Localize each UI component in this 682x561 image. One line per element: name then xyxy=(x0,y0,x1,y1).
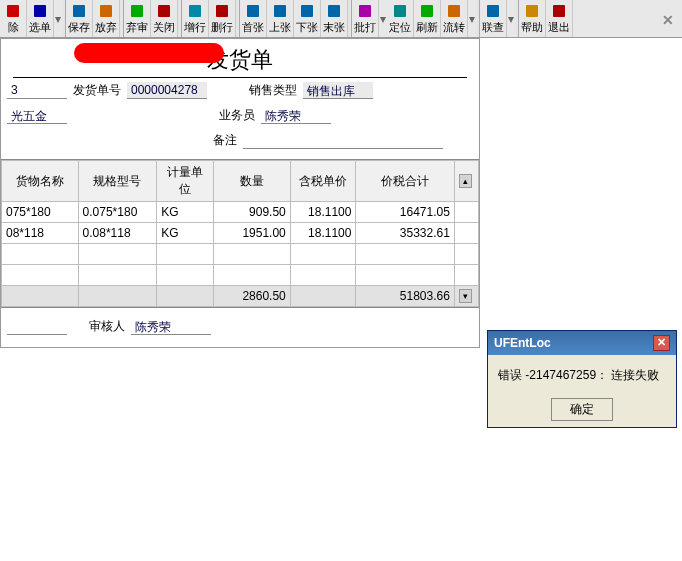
cell-qty: 1951.00 xyxy=(214,223,291,244)
error-dialog: UFEntLoc ✕ 错误 -2147467259： 连接失败 确定 xyxy=(487,330,677,428)
toolbar-label: 退出 xyxy=(548,20,570,35)
svg-rect-9 xyxy=(274,5,286,17)
toolbar-label: 定位 xyxy=(389,20,411,35)
cell-unit: KG xyxy=(157,223,214,244)
svg-rect-4 xyxy=(131,5,143,17)
cell-name: 075*180 xyxy=(2,202,79,223)
toolbar-label: 除 xyxy=(8,20,19,35)
帮助-icon xyxy=(524,3,540,19)
sale-type-label: 销售类型 xyxy=(249,82,297,99)
svg-rect-13 xyxy=(394,5,406,17)
column-header[interactable]: 含税单价 xyxy=(290,161,356,202)
退出-icon xyxy=(551,3,567,19)
cell-unit: KG xyxy=(157,202,214,223)
刷新-icon xyxy=(419,3,435,19)
remark-field[interactable] xyxy=(243,132,443,149)
toolbar-label: 选单 xyxy=(29,20,51,35)
redaction-mark xyxy=(74,43,224,63)
operator-field[interactable]: 陈秀荣 xyxy=(261,107,331,124)
toolbar-选单-button[interactable]: 选单 xyxy=(27,0,54,37)
bill-no-label: 发货单号 xyxy=(73,82,121,99)
svg-rect-17 xyxy=(526,5,538,17)
toolbar-关闭-button[interactable]: 关闭 xyxy=(151,0,178,37)
toolbar-刷新-button[interactable]: 刷新 xyxy=(414,0,441,37)
cell-spec: 0.075*180 xyxy=(78,202,157,223)
cell-qty: 909.50 xyxy=(214,202,291,223)
toolbar-label: 联查 xyxy=(482,20,504,35)
table-row-empty[interactable] xyxy=(2,244,479,265)
window-close-icon[interactable]: ✕ xyxy=(662,12,674,28)
toolbar-label: 流转 xyxy=(443,20,465,35)
remark-label: 备注 xyxy=(213,132,237,149)
toolbar-下张-button[interactable]: 下张 xyxy=(294,0,321,37)
toolbar-label: 增行 xyxy=(184,20,206,35)
toolbar-末张-button[interactable]: 末张 xyxy=(321,0,348,37)
sale-type-field[interactable]: 销售出库 xyxy=(303,82,373,99)
toolbar-label: 批打 xyxy=(354,20,376,35)
删行-icon xyxy=(214,3,230,19)
column-header[interactable]: 计量单位 xyxy=(157,161,214,202)
toolbar-label: 删行 xyxy=(211,20,233,35)
toolbar-label: 下张 xyxy=(296,20,318,35)
svg-rect-16 xyxy=(487,5,499,17)
toolbar-label: 末张 xyxy=(323,20,345,35)
column-header[interactable]: 货物名称 xyxy=(2,161,79,202)
column-header[interactable]: 价税合计 xyxy=(356,161,454,202)
cell-name: 08*118 xyxy=(2,223,79,244)
增行-icon xyxy=(187,3,203,19)
dropdown-arrow-icon[interactable]: ▾ xyxy=(468,0,476,37)
toolbar-联查-button[interactable]: 联查 xyxy=(480,0,507,37)
svg-rect-5 xyxy=(158,5,170,17)
svg-rect-14 xyxy=(421,5,433,17)
cust-code-field[interactable]: 3 xyxy=(7,82,67,99)
toolbar-定位-button[interactable]: 定位 xyxy=(387,0,414,37)
toolbar-label: 帮助 xyxy=(521,20,543,35)
toolbar-弃审-button[interactable]: 弃审 xyxy=(124,0,151,37)
toolbar-退出-button[interactable]: 退出 xyxy=(546,0,573,37)
table-row[interactable]: 08*1180.08*118KG1951.0018.110035332.61 xyxy=(2,223,479,244)
toolbar-增行-button[interactable]: 增行 xyxy=(182,0,209,37)
toolbar-label: 放弃 xyxy=(95,20,117,35)
column-header[interactable]: 规格型号 xyxy=(78,161,157,202)
dialog-ok-button[interactable]: 确定 xyxy=(551,398,613,421)
dropdown-arrow-icon[interactable]: ▾ xyxy=(507,0,515,37)
toolbar-保存-button[interactable]: 保存 xyxy=(66,0,93,37)
main-toolbar: 除选单▾保存放弃弃审关闭增行删行首张上张下张末张批打▾定位刷新流转▾联查▾帮助退… xyxy=(0,0,682,38)
toolbar-label: 弃审 xyxy=(126,20,148,35)
svg-rect-1 xyxy=(34,5,46,17)
dropdown-arrow-icon[interactable]: ▾ xyxy=(379,0,387,37)
bill-no-field[interactable]: 0000004278 xyxy=(127,82,207,99)
toolbar-流转-button[interactable]: 流转 xyxy=(441,0,468,37)
dropdown-arrow-icon[interactable]: ▾ xyxy=(54,0,62,37)
toolbar-放弃-button[interactable]: 放弃 xyxy=(93,0,120,37)
toolbar-批打-button[interactable]: 批打 xyxy=(352,0,379,37)
dialog-titlebar[interactable]: UFEntLoc ✕ xyxy=(488,331,676,355)
toolbar-除-button[interactable]: 除 xyxy=(0,0,27,37)
保存-icon xyxy=(71,3,87,19)
首张-icon xyxy=(245,3,261,19)
cell-price: 18.1100 xyxy=(290,223,356,244)
cust-name-field[interactable]: 光五金 xyxy=(7,107,67,124)
定位-icon xyxy=(392,3,408,19)
scroll-up-icon[interactable]: ▴ xyxy=(459,174,472,188)
放弃-icon xyxy=(98,3,114,19)
totals-row: 2860.5051803.66▾ xyxy=(2,286,479,307)
table-row-empty[interactable] xyxy=(2,265,479,286)
table-row[interactable]: 075*1800.075*180KG909.5018.110016471.05 xyxy=(2,202,479,223)
svg-rect-15 xyxy=(448,5,460,17)
svg-rect-12 xyxy=(359,5,371,17)
toolbar-label: 刷新 xyxy=(416,20,438,35)
svg-rect-2 xyxy=(73,5,85,17)
toolbar-删行-button[interactable]: 删行 xyxy=(209,0,236,37)
toolbar-label: 关闭 xyxy=(153,20,175,35)
auditor-field[interactable]: 陈秀荣 xyxy=(131,318,211,335)
cell-spec: 0.08*118 xyxy=(78,223,157,244)
dialog-close-button[interactable]: ✕ xyxy=(653,335,670,351)
toolbar-帮助-button[interactable]: 帮助 xyxy=(519,0,546,37)
footer-blank-field[interactable] xyxy=(7,318,67,335)
scroll-down-icon[interactable]: ▾ xyxy=(459,289,472,303)
末张-icon xyxy=(326,3,342,19)
toolbar-首张-button[interactable]: 首张 xyxy=(240,0,267,37)
column-header[interactable]: 数量 xyxy=(214,161,291,202)
toolbar-上张-button[interactable]: 上张 xyxy=(267,0,294,37)
